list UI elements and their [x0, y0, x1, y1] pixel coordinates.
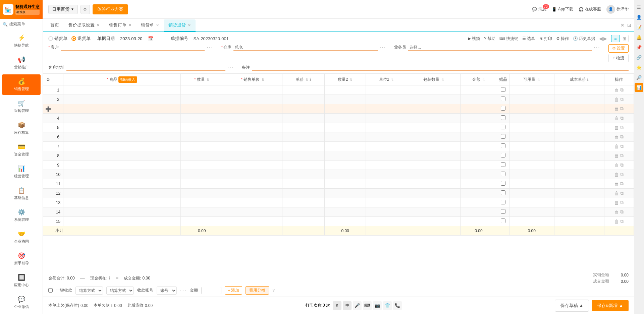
- row-1-price[interactable]: [282, 85, 325, 95]
- save-new-button[interactable]: 保存&新增 ▲: [592, 300, 629, 311]
- warehouse-input[interactable]: [233, 44, 378, 51]
- row-3-add-icon[interactable]: ➕: [45, 106, 51, 112]
- print-btn[interactable]: 🖨 打印: [539, 36, 552, 42]
- sidebar-item-inventory[interactable]: 📦 库存核算: [2, 118, 41, 138]
- row-copy-icon[interactable]: ⧉: [620, 181, 624, 187]
- account-select[interactable]: 账号: [157, 287, 177, 295]
- row-2-gift-check[interactable]: [501, 97, 505, 101]
- row-2-qty[interactable]: [181, 95, 223, 104]
- row-1-available[interactable]: [509, 85, 554, 95]
- select-btn[interactable]: ☰ 选单: [522, 36, 535, 42]
- tab-sales-delivery[interactable]: 销货单 ✕: [136, 19, 164, 32]
- row-delete-icon[interactable]: 🗑: [614, 191, 619, 196]
- row-3-cost[interactable]: [554, 104, 604, 114]
- row-2-gift[interactable]: [497, 95, 509, 104]
- header-settings-btn[interactable]: ⚙: [80, 5, 90, 14]
- sidebar-item-shortcut[interactable]: ⚡ 快捷导航: [2, 31, 41, 51]
- row-3-product[interactable]: [63, 104, 181, 114]
- unit2-sort-icon[interactable]: ⇅: [391, 78, 394, 81]
- phone-icon[interactable]: 📞: [393, 301, 402, 310]
- tab-close-all-icon[interactable]: ✕: [621, 22, 625, 28]
- sidebar-item-sales[interactable]: 💰 销售管理: [2, 74, 41, 95]
- price-sort-icon[interactable]: ⇅: [306, 78, 308, 81]
- one-click-checkbox[interactable]: [48, 288, 53, 293]
- row-3-delete-icon[interactable]: 🗑: [614, 106, 619, 112]
- row-3-qty[interactable]: [181, 104, 223, 114]
- row-delete-icon[interactable]: 🗑: [614, 181, 619, 187]
- account-dots[interactable]: ···: [180, 288, 186, 294]
- row-2-unit2[interactable]: [366, 95, 407, 104]
- calc-method-select[interactable]: 结算方式: [106, 287, 134, 295]
- save-draft-button[interactable]: 保存草稿 ▲: [555, 300, 589, 312]
- row-copy-icon[interactable]: ⧉: [620, 134, 624, 140]
- row-2-unit[interactable]: [223, 95, 282, 104]
- rp-icon-5[interactable]: 📌: [635, 43, 643, 52]
- customer-dots[interactable]: ···: [207, 45, 213, 51]
- view-grid-btn[interactable]: ⊞: [620, 35, 629, 42]
- online-service-item[interactable]: 🎧 在线客服: [579, 6, 601, 12]
- logistics-btn[interactable]: + 物流: [608, 54, 629, 62]
- row-copy-icon[interactable]: ⧉: [620, 200, 624, 205]
- tab-maximize-icon[interactable]: ⊡: [627, 22, 631, 28]
- row-delete-icon[interactable]: 🗑: [614, 200, 619, 205]
- rp-icon-1[interactable]: ☰: [635, 3, 643, 11]
- rp-icon-7[interactable]: ⭐: [635, 63, 643, 72]
- expense-split-btn[interactable]: 费用分摊: [246, 286, 269, 295]
- single-debit-info-icon[interactable]: ℹ: [111, 303, 113, 308]
- row-2-copy-icon[interactable]: ⧉: [620, 97, 624, 102]
- sidebar-item-guide[interactable]: 🎯 新手引导: [2, 249, 41, 269]
- qty2-sort-icon[interactable]: ⇅: [350, 78, 353, 81]
- row-1-gift[interactable]: [497, 85, 509, 95]
- row-copy-icon[interactable]: ⧉: [620, 143, 624, 149]
- sidebar-item-system[interactable]: ⚙️ 系统管理: [2, 205, 41, 226]
- rp-icon-3[interactable]: 📝: [635, 23, 643, 32]
- shirt-icon[interactable]: 👕: [383, 301, 392, 310]
- row-delete-icon[interactable]: 🗑: [614, 153, 619, 159]
- price-info-icon[interactable]: ℹ: [310, 77, 311, 82]
- row-3-gift-check[interactable]: [501, 106, 505, 111]
- remark-input[interactable]: [252, 64, 629, 71]
- pkg-sort-icon[interactable]: ⇅: [441, 78, 444, 81]
- row-3-copy-icon[interactable]: ⧉: [620, 106, 624, 112]
- payment-amount-input[interactable]: [201, 287, 221, 294]
- row-2-delete-icon[interactable]: 🗑: [614, 97, 619, 102]
- rp-icon-4[interactable]: 🔔: [635, 33, 643, 42]
- th-gear[interactable]: ⚙: [43, 74, 53, 85]
- sidebar-item-marketing[interactable]: 📢 营销推广: [2, 53, 41, 73]
- row-3-pkg[interactable]: [407, 104, 461, 114]
- row-copy-icon[interactable]: ⧉: [620, 125, 624, 130]
- nav-prev-btn[interactable]: ◀: [599, 36, 603, 41]
- rp-icon-6[interactable]: 🔗: [635, 53, 643, 62]
- address-input[interactable]: [66, 64, 225, 71]
- sidebar-item-enterprise[interactable]: 🤝 企业协同: [2, 227, 41, 247]
- row-delete-icon[interactable]: 🗑: [614, 219, 619, 224]
- row-copy-icon[interactable]: ⧉: [620, 162, 624, 168]
- experience-button[interactable]: 体验行业方案: [93, 4, 128, 14]
- sidebar-item-purchase[interactable]: 🛒 采购管理: [2, 96, 41, 117]
- row-delete-icon[interactable]: 🗑: [614, 172, 619, 177]
- row-1-pkg[interactable]: [407, 85, 461, 95]
- row-copy-icon[interactable]: ⧉: [620, 153, 624, 159]
- discount-help-icon[interactable]: ℹ: [109, 276, 110, 280]
- address-dots[interactable]: ···: [227, 65, 234, 71]
- row-1-qty2[interactable]: [325, 85, 366, 95]
- tab-close-sales-order[interactable]: ✕: [128, 23, 131, 27]
- row-delete-icon[interactable]: 🗑: [614, 125, 619, 130]
- daily-goods-selector[interactable]: 日用百货 ▼: [48, 5, 78, 14]
- sidebar-item-finance[interactable]: 💳 资金管理: [2, 140, 41, 160]
- row-2-amount[interactable]: [461, 95, 497, 104]
- row-3-price[interactable]: [282, 104, 325, 114]
- row-3-gift[interactable]: [497, 104, 509, 114]
- rp-icon-2[interactable]: 👤: [635, 13, 643, 21]
- row-delete-icon[interactable]: 🗑: [614, 144, 619, 149]
- rp-icon-9[interactable]: 📊: [635, 83, 643, 92]
- row-1-cost[interactable]: [554, 85, 604, 95]
- sidebar-item-appstore[interactable]: 🔲 应用中心: [2, 270, 41, 291]
- row-delete-icon[interactable]: 🗑: [614, 116, 619, 121]
- radio-return[interactable]: 退货单: [71, 36, 91, 42]
- calendar-icon[interactable]: 📅: [148, 36, 153, 41]
- input-method-s-icon[interactable]: S: [333, 301, 341, 310]
- row-1-unit2[interactable]: [366, 85, 407, 95]
- message-icon-item[interactable]: 💬 消息 70: [532, 6, 546, 12]
- tab-close-sales-delivery[interactable]: ✕: [156, 23, 159, 27]
